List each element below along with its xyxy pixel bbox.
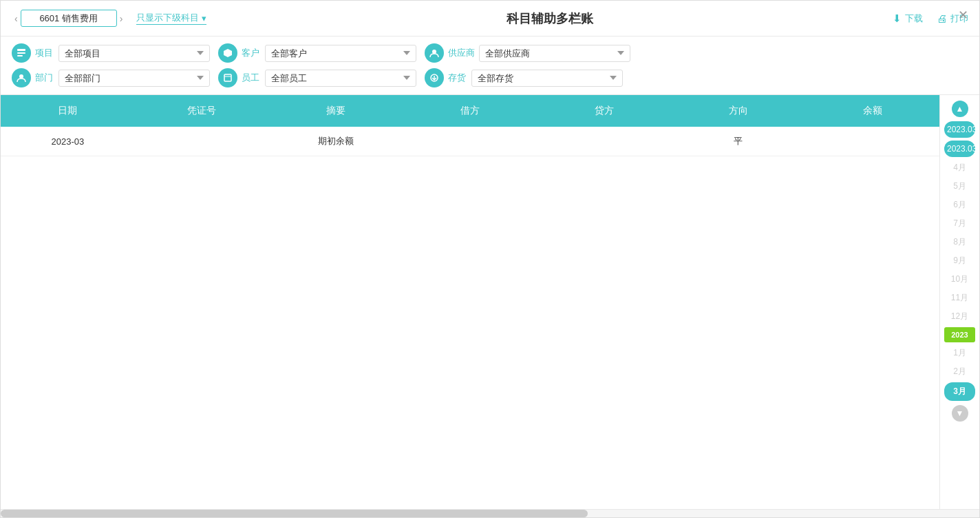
prev-account-button[interactable]: ‹ bbox=[12, 12, 21, 25]
timeline-month-10[interactable]: 10月 bbox=[940, 270, 979, 289]
department-label: 部门 bbox=[35, 72, 54, 84]
cell-credit bbox=[537, 127, 671, 156]
cell-direction: 平 bbox=[671, 127, 805, 156]
timeline-month-4[interactable]: 4月 bbox=[940, 158, 979, 177]
title-bar: ‹ › 只显示下级科目 ▾ 科目辅助多栏账 ⬇ 下载 🖨 打印 bbox=[1, 1, 979, 37]
col-credit: 贷方 bbox=[537, 95, 671, 127]
horizontal-scrollbar[interactable] bbox=[1, 509, 979, 517]
timeline-down-button[interactable]: ▼ bbox=[952, 405, 968, 422]
employee-select[interactable]: 全部员工 bbox=[265, 70, 416, 87]
customer-label: 客户 bbox=[242, 47, 261, 59]
timeline-month-8[interactable]: 8月 bbox=[940, 233, 979, 251]
toolbar-right: ⬇ 下载 🖨 打印 bbox=[893, 12, 968, 25]
inventory-label: 存货 bbox=[448, 72, 467, 84]
timeline-month-9[interactable]: 9月 bbox=[940, 251, 979, 270]
svg-rect-2 bbox=[17, 55, 23, 56]
timeline-sidebar: ▲ 2023.03 2023.03 4月 5月 6月 7月 8月 9月 10月 … bbox=[939, 95, 979, 509]
timeline-active-month[interactable]: 3月 bbox=[944, 382, 975, 401]
filter-inventory: 存货 全部存货 bbox=[425, 68, 623, 87]
timeline-month-2-2024[interactable]: 2月 bbox=[940, 362, 979, 381]
show-sub-button[interactable]: 只显示下级科目 ▾ bbox=[136, 12, 206, 25]
main-content: 日期 凭证号 摘要 借方 贷方 方向 余额 2023-03 期初余额 平 bbox=[1, 95, 979, 509]
col-voucher: 凭证号 bbox=[135, 95, 269, 127]
filter-row-1: 项目 全部项目 客户 全部客户 bbox=[12, 43, 968, 63]
svg-point-4 bbox=[19, 74, 23, 79]
table-header-row: 日期 凭证号 摘要 借方 贷方 方向 余额 bbox=[1, 95, 939, 127]
filter-supplier: 供应商 全部供应商 bbox=[425, 43, 630, 63]
svg-point-3 bbox=[432, 50, 436, 54]
svg-rect-0 bbox=[17, 49, 25, 51]
table-container[interactable]: 日期 凭证号 摘要 借方 贷方 方向 余额 2023-03 期初余额 平 bbox=[1, 95, 939, 509]
filters-panel: 项目 全部项目 客户 全部客户 bbox=[1, 37, 979, 95]
filter-customer: 客户 全部客户 bbox=[218, 43, 416, 63]
col-summary: 摘要 bbox=[269, 95, 403, 127]
timeline-month-5[interactable]: 5月 bbox=[940, 177, 979, 196]
cell-balance bbox=[805, 127, 939, 156]
col-balance: 余额 bbox=[805, 95, 939, 127]
ledger-table: 日期 凭证号 摘要 借方 贷方 方向 余额 2023-03 期初余额 平 bbox=[1, 95, 939, 156]
cell-voucher bbox=[135, 127, 269, 156]
timeline-month-6[interactable]: 6月 bbox=[940, 196, 979, 214]
col-debit: 借方 bbox=[403, 95, 537, 127]
download-button[interactable]: ⬇ 下载 bbox=[893, 12, 923, 25]
download-icon: ⬇ bbox=[893, 12, 902, 25]
svg-rect-5 bbox=[224, 74, 231, 81]
cell-debit bbox=[403, 127, 537, 156]
customer-icon bbox=[218, 43, 237, 63]
scrollbar-thumb bbox=[1, 510, 588, 517]
employee-icon bbox=[218, 68, 237, 87]
employee-label: 员工 bbox=[242, 72, 261, 84]
department-icon bbox=[12, 68, 31, 87]
timeline-month-12[interactable]: 12月 bbox=[940, 307, 979, 326]
project-label: 项目 bbox=[35, 47, 54, 59]
next-account-button[interactable]: › bbox=[117, 12, 126, 25]
timeline-up-button[interactable]: ▲ bbox=[952, 101, 968, 117]
project-icon bbox=[12, 43, 31, 63]
timeline-month-7[interactable]: 7月 bbox=[940, 214, 979, 233]
cell-summary: 期初余额 bbox=[269, 127, 403, 156]
account-selector-input[interactable] bbox=[21, 10, 117, 27]
inventory-icon bbox=[425, 68, 444, 87]
customer-select[interactable]: 全部客户 bbox=[265, 45, 416, 62]
supplier-select[interactable]: 全部供应商 bbox=[479, 45, 630, 62]
timeline-month-1-2024[interactable]: 1月 bbox=[940, 344, 979, 362]
timeline-month-11[interactable]: 11月 bbox=[940, 289, 979, 307]
svg-rect-1 bbox=[17, 52, 25, 54]
timeline-selected-1[interactable]: 2023.03 bbox=[944, 121, 975, 138]
department-select[interactable]: 全部部门 bbox=[58, 70, 210, 87]
show-sub-label: 只显示下级科目 bbox=[136, 12, 199, 24]
print-icon: 🖨 bbox=[937, 12, 947, 24]
table-row: 2023-03 期初余额 平 bbox=[1, 127, 939, 156]
close-button[interactable]: ✕ bbox=[958, 8, 968, 23]
filter-department: 部门 全部部门 bbox=[12, 68, 210, 87]
filter-project: 项目 全部项目 bbox=[12, 43, 210, 63]
filter-row-2: 部门 全部部门 员工 全部员工 bbox=[12, 68, 968, 87]
main-window: ✕ ‹ › 只显示下级科目 ▾ 科目辅助多栏账 ⬇ 下载 🖨 打印 bbox=[0, 0, 980, 518]
project-select[interactable]: 全部项目 bbox=[58, 45, 210, 62]
timeline-year-2023[interactable]: 2023 bbox=[944, 327, 975, 342]
download-label: 下载 bbox=[905, 12, 923, 25]
filter-employee: 员工 全部员工 bbox=[218, 68, 416, 87]
col-direction: 方向 bbox=[671, 95, 805, 127]
page-title: 科目辅助多栏账 bbox=[206, 10, 893, 27]
inventory-select[interactable]: 全部存货 bbox=[471, 70, 623, 87]
chevron-down-icon: ▾ bbox=[202, 13, 206, 23]
cell-date: 2023-03 bbox=[1, 127, 135, 156]
supplier-icon bbox=[425, 43, 444, 63]
timeline-selected-2[interactable]: 2023.03 bbox=[944, 141, 975, 157]
col-date: 日期 bbox=[1, 95, 135, 127]
supplier-label: 供应商 bbox=[448, 47, 475, 59]
